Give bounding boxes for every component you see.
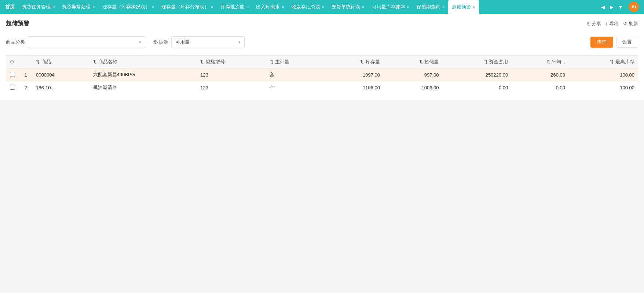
row-max-inventory: 100.00 <box>569 68 638 81</box>
row-product-name: 机油滤清器 <box>89 81 197 94</box>
row-product-code: 186-10... <box>32 81 89 94</box>
table-header: ⚙ ⇅ 商品... ⇅ 商品名称 ⇅ 规格型号 <box>6 56 638 68</box>
th-avg-label: ⇅ 平均... <box>546 59 565 65</box>
close-icon[interactable]: × <box>442 5 444 9</box>
nav-item-inventory-status[interactable]: 现存量（库存状况表）× <box>99 0 158 14</box>
row-spec: 123 <box>197 68 266 81</box>
row-checkbox-cell[interactable] <box>6 81 19 94</box>
th-gear: ⚙ <box>6 56 19 68</box>
row-checkbox[interactable] <box>10 72 15 77</box>
table-row: 2 186-10... 机油滤清器 123 个 1106.00 1006.00 … <box>6 81 638 94</box>
export-label: 导出 <box>609 21 619 27</box>
category-select[interactable]: ▾ <box>28 36 145 48</box>
row-product-name: 六配套新昌490BPG <box>89 68 197 81</box>
th-spec-label: ⇅ 规格型号 <box>200 59 225 65</box>
nav-item-available-book[interactable]: 可用量库存账本× <box>368 0 413 14</box>
avatar[interactable]: Ai <box>629 2 639 12</box>
nav-item-inventory-dist[interactable]: 现存量（库存分布表）× <box>158 0 217 14</box>
refresh-label: 刷新 <box>629 21 638 27</box>
close-icon[interactable]: × <box>152 5 154 9</box>
row-capital: 0.00 <box>442 81 512 94</box>
page-header: 超储预警 ⎘ 分享 ↓ 导出 ↺ 刷新 <box>6 20 638 27</box>
settings-button[interactable]: 设置 <box>616 37 638 48</box>
th-overstock[interactable]: ⇅ 超储量 <box>384 56 442 68</box>
row-spec: 123 <box>197 81 266 94</box>
row-product-code: 0000004 <box>32 68 89 81</box>
export-button[interactable]: ↓ 导出 <box>605 21 619 27</box>
close-icon[interactable]: × <box>473 5 475 9</box>
th-unit-label: ⇅ 主计量 <box>270 59 289 65</box>
th-spec[interactable]: ⇅ 规格型号 <box>197 56 266 68</box>
close-icon[interactable]: × <box>322 5 324 9</box>
row-num: 1 <box>19 68 32 81</box>
data-table: ⚙ ⇅ 商品... ⇅ 商品名称 ⇅ 规格型号 <box>6 55 638 94</box>
datasource-filter: 数据源 可用量 ▾ <box>154 36 245 48</box>
th-max-inventory[interactable]: ⇅ 最高库存 <box>569 56 638 68</box>
table-body: 1 0000004 六配套新昌490BPG 123 套 1097.00 997.… <box>6 68 638 94</box>
nav-prev-arrow[interactable]: ◀ <box>599 0 607 14</box>
main-content: 超储预警 ⎘ 分享 ↓ 导出 ↺ 刷新 商品分类 ▾ 数据源 <box>0 14 644 100</box>
nav-menu-arrow[interactable]: ▼ <box>616 0 625 14</box>
refresh-button[interactable]: ↺ 刷新 <box>623 21 638 27</box>
th-inventory[interactable]: ⇅ 库存量 <box>325 56 384 68</box>
category-filter: 商品分类 ▾ <box>6 36 145 48</box>
close-icon[interactable]: × <box>407 5 409 9</box>
row-max-inventory: 100.00 <box>569 81 638 94</box>
datasource-select[interactable]: 可用量 ▾ <box>171 36 245 48</box>
th-product-name-label: ⇅ 商品名称 <box>93 59 118 65</box>
category-chevron-icon: ▾ <box>139 40 141 45</box>
row-unit: 个 <box>266 81 325 94</box>
th-capital[interactable]: ⇅ 资金占用 <box>442 56 512 68</box>
query-button[interactable]: 查询 <box>590 37 613 48</box>
nav-item-pick-task[interactable]: 拣货任务管理× <box>18 0 58 14</box>
page-title: 超储预警 <box>6 20 29 27</box>
share-icon: ⎘ <box>587 21 590 26</box>
nav-item-inout-flow[interactable]: 出入库流水× <box>252 0 288 14</box>
close-icon[interactable]: × <box>92 5 95 9</box>
share-label: 分享 <box>592 21 601 27</box>
row-capital: 259220.00 <box>442 68 512 81</box>
header-actions: ⎘ 分享 ↓ 导出 ↺ 刷新 <box>587 21 638 27</box>
th-product-code-label: ⇅ 商品... <box>36 59 55 65</box>
refresh-icon: ↺ <box>623 21 627 26</box>
export-icon: ↓ <box>605 21 608 26</box>
datasource-value: 可用量 <box>175 39 190 45</box>
close-icon[interactable]: × <box>362 5 364 9</box>
table-header-row: ⚙ ⇅ 商品... ⇅ 商品名称 ⇅ 规格型号 <box>6 56 638 68</box>
datasource-chevron-icon: ▾ <box>238 40 241 45</box>
th-avg[interactable]: ⇅ 平均... <box>512 56 569 68</box>
row-overstock: 997.00 <box>384 68 442 81</box>
row-overstock: 1006.00 <box>384 81 442 94</box>
nav-item-shelf-life[interactable]: 保质期查询× <box>413 0 448 14</box>
nav-item-overstock-warning[interactable]: 超储预警× <box>448 0 479 14</box>
nav-item-order-stats[interactable]: 要货单统计表× <box>328 0 368 14</box>
gear-icon[interactable]: ⚙ <box>10 59 14 65</box>
th-max-inventory-label: ⇅ 最高库存 <box>610 59 634 65</box>
nav-next-arrow[interactable]: ▶ <box>607 0 616 14</box>
row-inventory: 1106.00 <box>325 81 384 94</box>
row-checkbox-cell[interactable] <box>6 68 19 81</box>
close-icon[interactable]: × <box>52 5 55 9</box>
row-num: 2 <box>19 81 32 94</box>
th-capital-label: ⇅ 资金占用 <box>484 59 508 65</box>
nav-item-home[interactable]: 首页 <box>1 0 18 14</box>
th-product-code[interactable]: ⇅ 商品... <box>32 56 89 68</box>
row-avg: 0.00 <box>512 81 569 94</box>
close-icon[interactable]: × <box>282 5 284 9</box>
row-inventory: 1097.00 <box>325 68 384 81</box>
share-button[interactable]: ⎘ 分享 <box>587 21 601 27</box>
nav-item-pick-exception[interactable]: 拣货异常处理× <box>58 0 98 14</box>
nav-item-inventory-batch[interactable]: 库存批次账× <box>217 0 252 14</box>
close-icon[interactable]: × <box>211 5 213 9</box>
row-avg: 260.00 <box>512 68 569 81</box>
top-navigation: 首页拣货任务管理×拣货异常处理×现存量（库存状况表）×现存量（库存分布表）×库存… <box>0 0 644 14</box>
th-unit[interactable]: ⇅ 主计量 <box>266 56 325 68</box>
filter-bar: 商品分类 ▾ 数据源 可用量 ▾ 查询 设置 <box>6 33 638 51</box>
table-row: 1 0000004 六配套新昌490BPG 123 套 1097.00 997.… <box>6 68 638 81</box>
close-icon[interactable]: × <box>246 5 249 9</box>
nav-item-receive-summary[interactable]: 收发存汇总表× <box>288 0 328 14</box>
row-checkbox[interactable] <box>10 85 15 90</box>
th-product-name[interactable]: ⇅ 商品名称 <box>89 56 197 68</box>
th-num <box>19 56 32 68</box>
th-inventory-label: ⇅ 库存量 <box>360 59 380 65</box>
